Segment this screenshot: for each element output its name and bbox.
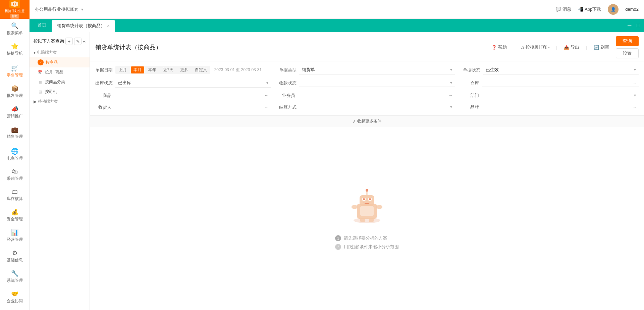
tab-minimize-btn[interactable]: ─ bbox=[626, 21, 633, 30]
docstatus-arrow: ▾ bbox=[634, 67, 636, 72]
tab-bar: 首页 销货单统计表（按商品） × ─ □ bbox=[30, 19, 644, 32]
scheme-group-pc[interactable]: ▾ 电脑端方案 bbox=[30, 48, 90, 57]
date-tab-7days[interactable]: 近7天 bbox=[160, 66, 176, 73]
docstatus-value: 已生效 bbox=[486, 67, 499, 73]
export-label: 导出 bbox=[571, 44, 579, 50]
filter-field-dept: 部门 ▾ bbox=[463, 92, 639, 99]
payment-control[interactable]: ▾ bbox=[299, 79, 455, 87]
print-btn[interactable]: 🖨 按模板打印 ▾ bbox=[519, 43, 552, 52]
salesman-control[interactable]: ··· bbox=[298, 92, 455, 99]
sidebar-item-marketing[interactable]: 📣 营销推广 bbox=[0, 102, 29, 122]
filter-area: 单据日期 上月 本月 本年 近7天 更多 自定义 2023-03-01 至 20… bbox=[90, 61, 644, 115]
scheme-item-by-goods[interactable]: ✓ 按商品 bbox=[30, 57, 90, 67]
scheme-item-by-category[interactable]: ▦ 按商品分类 bbox=[30, 77, 90, 87]
sidebar-item-purchase[interactable]: 🛍 采购管理 bbox=[0, 165, 29, 185]
settlement-label: 结算方式 bbox=[279, 104, 297, 110]
sidebar-item-retail[interactable]: 🛒 零售管理 bbox=[0, 61, 29, 82]
settings-btn[interactable]: 设置 bbox=[616, 48, 639, 58]
receiver-more[interactable]: ··· bbox=[265, 105, 268, 109]
breadcrumb-dropdown-icon[interactable]: ▾ bbox=[81, 7, 83, 12]
svg-rect-11 bbox=[360, 206, 374, 216]
main-content: 销货单统计表（按商品） ❓ 帮助 | 🖨 按模板打印 ▾ | 📤 bbox=[90, 32, 644, 310]
docstatus-control[interactable]: 已生效 ▾ bbox=[483, 65, 639, 74]
sidebar-item-basic[interactable]: ⚙ 基础信息 bbox=[0, 246, 29, 266]
svg-rect-9 bbox=[352, 205, 358, 209]
print-dropdown-arrow: ▾ bbox=[548, 46, 550, 49]
sidebar-item-ecommerce[interactable]: 🌐 电商管理 bbox=[0, 144, 29, 165]
main-area: 办公用品行业模拟账套 ▾ 💬 消息 📲 App下载 👤 demo2 首页 销货单… bbox=[30, 0, 644, 310]
filter-field-date: 单据日期 上月 本月 本年 近7天 更多 自定义 2023-03-01 至 20… bbox=[95, 66, 271, 74]
brand-more[interactable]: ··· bbox=[633, 105, 636, 109]
sidebar-item-enterprise[interactable]: 🤝 企业协同 bbox=[0, 287, 29, 307]
sidebar-item-finance[interactable]: 💰 资金管理 bbox=[0, 205, 29, 225]
app-download-action[interactable]: 📲 App下载 bbox=[578, 6, 601, 12]
tab-sales-stat[interactable]: 销货单统计表（按商品） × bbox=[52, 20, 115, 32]
dept-arrow: ▾ bbox=[634, 93, 636, 98]
refresh-btn[interactable]: 🔄 刷新 bbox=[591, 43, 612, 52]
help-icon: ❓ bbox=[491, 45, 497, 50]
date-tab-this-year[interactable]: 本年 bbox=[146, 66, 159, 73]
outstatus-control[interactable]: 已出库 ▾ bbox=[115, 79, 271, 88]
page-title: 销货单统计表（按商品） bbox=[95, 43, 162, 51]
tab-close-icon[interactable]: × bbox=[107, 23, 110, 28]
dept-control[interactable]: ▾ bbox=[482, 92, 639, 99]
sidebar-item-sales[interactable]: 💼 销售管理 bbox=[0, 122, 29, 143]
sidebar-item-operation[interactable]: 📊 经营管理 bbox=[0, 225, 29, 246]
date-tab-more[interactable]: 更多 bbox=[177, 66, 191, 73]
operation-icon: 📊 bbox=[11, 229, 18, 236]
message-icon: 💬 bbox=[556, 7, 561, 12]
svg-point-5 bbox=[363, 198, 365, 200]
tab-maximize-btn[interactable]: □ bbox=[635, 21, 641, 30]
scheme-item-by-driver[interactable]: ▤ 按司机 bbox=[30, 87, 90, 97]
help-btn[interactable]: ❓ 帮助 bbox=[489, 43, 509, 52]
sidebar-item-system[interactable]: 🔧 系统管理 bbox=[0, 266, 29, 287]
search-icon: 🔍 bbox=[11, 22, 18, 30]
filter-edit-btn[interactable]: ✎ bbox=[74, 38, 82, 45]
brand-control[interactable]: ··· bbox=[482, 103, 639, 111]
settlement-control[interactable]: ▾ bbox=[299, 103, 455, 111]
filter-collapse-btn[interactable]: « bbox=[83, 39, 86, 44]
empty-illustration bbox=[347, 187, 387, 227]
export-btn[interactable]: 📤 导出 bbox=[561, 43, 582, 52]
warehouse-label: 仓库 bbox=[463, 80, 479, 86]
outstatus-label: 出库状态 bbox=[95, 80, 113, 86]
sidebar-item-guide[interactable]: 📖 新手引导 bbox=[0, 307, 29, 310]
scheme-group-pc-arrow: ▾ bbox=[34, 50, 36, 55]
svg-rect-2 bbox=[360, 195, 374, 206]
tab-home[interactable]: 首页 bbox=[32, 19, 52, 32]
scheme-item-by-month-goods[interactable]: 📅 按月+商品 bbox=[30, 67, 90, 77]
receiver-control[interactable]: ··· bbox=[114, 103, 271, 111]
query-btn[interactable]: 查询 bbox=[616, 36, 639, 46]
date-tab-custom[interactable]: 自定义 bbox=[192, 66, 210, 73]
receiver-label: 收货人 bbox=[95, 104, 111, 110]
empty-tip-2: 2 用[过滤]条件来缩小分析范围 bbox=[335, 244, 398, 250]
collapse-more-btn[interactable]: ∧ 收起更多条件 bbox=[90, 115, 644, 127]
docstatus-label: 单据状态 bbox=[463, 67, 480, 73]
tip-dot-1: 1 bbox=[335, 235, 341, 241]
salesman-more[interactable]: ··· bbox=[449, 93, 452, 98]
warehouse-more[interactable]: ··· bbox=[633, 81, 636, 85]
app-tag: 标版 bbox=[10, 14, 19, 19]
message-action[interactable]: 💬 消息 bbox=[556, 6, 571, 12]
sidebar-item-inventory[interactable]: 🗃 库存核算 bbox=[0, 185, 29, 205]
settlement-arrow: ▾ bbox=[450, 105, 452, 109]
filter-field-docstatus: 单据状态 已生效 ▾ bbox=[463, 65, 639, 74]
doctype-label: 单据类型 bbox=[279, 67, 297, 73]
marketing-icon: 📣 bbox=[11, 105, 18, 113]
sidebar-item-search[interactable]: 🔍 搜索菜单 bbox=[0, 19, 29, 39]
filter-row-2: 出库状态 已出库 ▾ 收款状态 ▾ bbox=[95, 79, 639, 88]
filter-add-btn[interactable]: + bbox=[65, 38, 73, 45]
goods-control[interactable]: ··· bbox=[114, 92, 271, 99]
salesman-label: 业务员 bbox=[279, 93, 295, 99]
warehouse-control[interactable]: ··· bbox=[482, 79, 639, 87]
tab-home-label: 首页 bbox=[38, 22, 46, 28]
sidebar-item-quicknav[interactable]: ⭐ 快捷导航 bbox=[0, 39, 29, 60]
date-tab-this-month[interactable]: 本月 bbox=[131, 66, 144, 73]
scheme-group-mobile[interactable]: ▶ 移动端方案 bbox=[30, 97, 90, 106]
doctype-control[interactable]: 销货单 ▾ bbox=[299, 65, 455, 74]
date-tab-last-month[interactable]: 上月 bbox=[116, 66, 129, 73]
sidebar-item-system-label: 系统管理 bbox=[7, 278, 23, 283]
sidebar-item-wholesale[interactable]: 📦 批发管理 bbox=[0, 82, 29, 102]
user-avatar[interactable]: 👤 bbox=[608, 4, 619, 15]
goods-more[interactable]: ··· bbox=[265, 93, 268, 98]
